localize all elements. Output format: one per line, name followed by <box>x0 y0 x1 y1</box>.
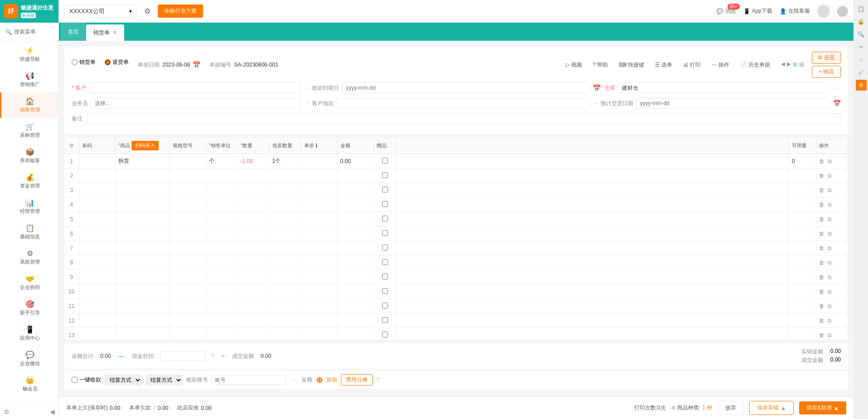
list-view-icon[interactable]: ≡ <box>793 61 797 69</box>
settings-button[interactable]: ⚙ 设置 <box>812 52 841 64</box>
account-more-icon[interactable]: ··· <box>290 377 298 383</box>
collapse-icon[interactable]: ◀ <box>50 408 55 415</box>
copy-icon[interactable]: ⧉ <box>828 274 832 280</box>
salesperson-more-icon[interactable]: ··· <box>304 100 312 106</box>
row-gift[interactable] <box>373 183 396 197</box>
logistics-button[interactable]: + 物流 <box>812 66 841 78</box>
row-barcode[interactable] <box>79 328 115 340</box>
addr-more-icon[interactable]: ··· <box>592 100 601 106</box>
delete-icon[interactable]: 🗑 <box>819 289 824 295</box>
estimated-date-calendar-icon[interactable]: 📅 <box>833 100 841 107</box>
online-service-button[interactable]: 👤 在线客服 <box>780 7 810 15</box>
copy-icon[interactable]: ⧉ <box>828 318 832 324</box>
save-new-button[interactable]: 保存&新增 ▲ <box>799 401 846 414</box>
row-gift[interactable] <box>373 241 396 255</box>
help-circle-icon[interactable]: ? <box>211 353 214 359</box>
right-panel-lock[interactable]: 🔒 <box>856 16 867 27</box>
sidebar-item-system[interactable]: ⚙系统管理 <box>0 245 58 270</box>
row-gift[interactable] <box>373 197 396 212</box>
help-btn[interactable]: ? 帮助 <box>589 59 612 71</box>
delete-icon[interactable]: 🗑 <box>819 274 824 280</box>
row-barcode[interactable] <box>79 197 115 212</box>
row-gift[interactable] <box>373 299 396 313</box>
return-order-radio[interactable]: 退货单 <box>105 58 129 66</box>
add-payment-btn[interactable]: ⊕ <box>316 375 323 385</box>
row-barcode[interactable] <box>79 270 115 284</box>
sidebar-item-business[interactable]: 📊经营管理 <box>0 194 58 219</box>
delete-icon[interactable]: 🗑 <box>819 245 824 251</box>
row-barcode[interactable] <box>79 183 115 197</box>
shortcut-btn[interactable]: ⌨ 快捷键 <box>615 59 648 71</box>
company-selector[interactable]: XXXXXX公司 ▾ <box>64 5 137 18</box>
row-barcode[interactable] <box>79 255 115 270</box>
row-barcode[interactable] <box>79 212 115 226</box>
row-gift[interactable] <box>373 169 396 183</box>
delete-icon[interactable]: 🗑 <box>819 318 824 324</box>
add-label[interactable]: 添加 <box>326 376 337 384</box>
warehouse-input[interactable] <box>618 82 830 93</box>
customer-addr-input[interactable] <box>336 98 589 109</box>
copy-icon[interactable]: ⧉ <box>828 260 832 266</box>
delete-icon[interactable]: 🗑 <box>819 187 824 193</box>
tab-home[interactable]: 首页 <box>61 23 86 41</box>
account-select[interactable]: 结算方式 <box>145 375 183 385</box>
sidebar-item-wechat[interactable]: 💬企业微信 <box>0 346 58 371</box>
history-btn[interactable]: 📄 历史单据 <box>737 59 774 71</box>
copy-icon[interactable]: ⧉ <box>828 173 832 179</box>
row-barcode[interactable] <box>79 299 115 313</box>
fee-split-button[interactable]: 费用分摊 <box>341 374 373 385</box>
sidebar-item-enterprise[interactable]: 🤝企业协同 <box>0 270 58 295</box>
gear-button[interactable]: ⚙ <box>141 5 154 18</box>
chevron-left-icon[interactable]: ◀ <box>781 61 785 69</box>
row-barcode[interactable] <box>79 154 115 169</box>
right-panel-star[interactable]: ☆ <box>856 54 867 65</box>
sidebar-item-purchase[interactable]: 🛒采购管理 <box>0 118 58 143</box>
copy-icon[interactable]: ⧉ <box>828 216 832 222</box>
tab-sales-order[interactable]: 销货单 ✕ <box>86 24 124 41</box>
cash-discount-input[interactable] <box>160 351 206 361</box>
customer-input[interactable] <box>89 82 301 93</box>
salesperson-input[interactable] <box>91 98 301 109</box>
calendar-icon[interactable]: 📅 <box>193 61 200 68</box>
sale-order-radio[interactable]: 销货单 <box>72 58 96 66</box>
copy-icon[interactable]: ⧉ <box>828 245 832 251</box>
select-order-btn[interactable]: ☰ 选单 <box>651 59 676 71</box>
row-gift[interactable] <box>373 226 396 241</box>
delete-icon[interactable]: 🗑 <box>819 260 824 266</box>
row-gift[interactable] <box>373 270 396 284</box>
sidebar-item-app-center[interactable]: 📱应用中心 <box>0 321 58 346</box>
copy-icon[interactable]: ⧉ <box>828 332 832 338</box>
delete-icon[interactable]: 🗑 <box>819 173 824 179</box>
sidebar-item-finance[interactable]: 💰资金管理 <box>0 169 58 194</box>
sidebar-item-sales[interactable]: 🏠销售管理 <box>0 92 58 118</box>
row-barcode[interactable] <box>79 169 115 183</box>
copy-icon[interactable]: ⧉ <box>828 303 832 309</box>
copy-icon[interactable]: ⧉ <box>828 202 832 208</box>
sidebar-item-guide[interactable]: 🎯新手引导 <box>0 295 58 321</box>
copy-icon[interactable]: ⧉ <box>828 289 832 295</box>
right-panel-edit[interactable]: ✏ <box>856 42 867 53</box>
delete-icon[interactable]: 🗑 <box>819 231 824 237</box>
one-click-pay-checkbox[interactable]: 一键收款 <box>72 376 101 384</box>
remark-input[interactable] <box>86 113 841 124</box>
customer-more-icon[interactable]: ··· <box>304 85 312 91</box>
row-barcode[interactable] <box>79 313 115 328</box>
row-barcode[interactable] <box>79 241 115 255</box>
right-panel-pen[interactable]: 🖊 <box>856 67 867 78</box>
search-menu-button[interactable]: 🔍 搜索菜单 <box>4 26 55 38</box>
due-date-input[interactable] <box>342 82 590 93</box>
chevron-right-icon[interactable]: ▶ <box>787 61 791 69</box>
scan-button[interactable]: 扫码录入 <box>131 141 159 150</box>
delete-icon[interactable]: 🗑 <box>819 216 824 222</box>
discard-button[interactable]: 放弃 <box>718 401 744 415</box>
fee-help-icon[interactable]: ? <box>376 376 379 383</box>
account-input[interactable] <box>212 375 286 385</box>
payment-method-select[interactable]: 结算方式 <box>105 375 142 385</box>
delete-icon[interactable]: 🗑 <box>819 202 824 208</box>
sidebar-item-base-info[interactable]: 📋基础信息 <box>0 219 58 245</box>
tab-close-icon[interactable]: ✕ <box>112 29 117 36</box>
row-barcode[interactable] <box>79 226 115 241</box>
row-gift[interactable] <box>373 255 396 270</box>
due-date-calendar-icon[interactable]: 📅 <box>593 84 601 92</box>
row-gift[interactable] <box>373 212 396 226</box>
